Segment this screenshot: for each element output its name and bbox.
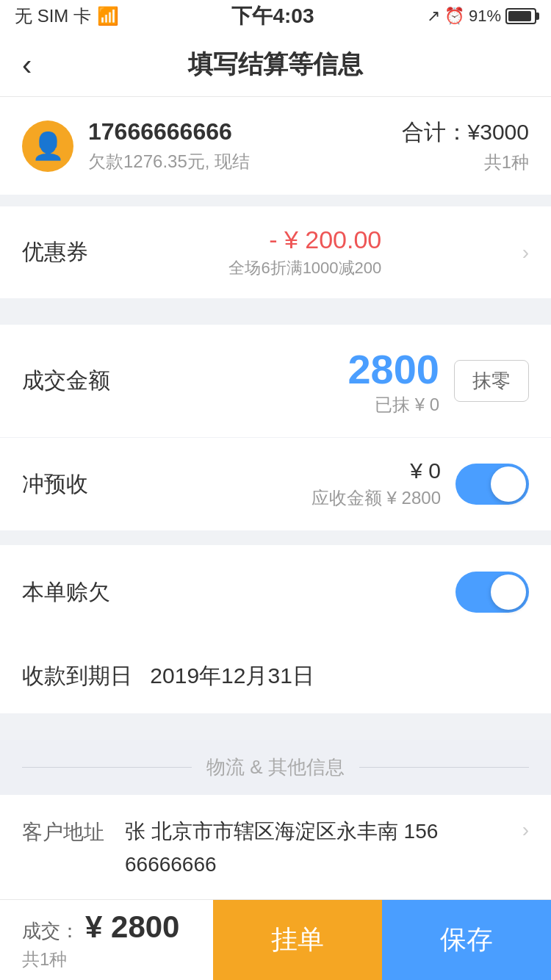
deal-amount-value-area: 2800 已抹 ¥ 0 抹零 <box>347 345 529 417</box>
address-label: 客户地址 <box>22 818 110 846</box>
save-button[interactable]: 保存 <box>382 900 551 980</box>
battery-percent: 91% <box>469 7 501 26</box>
battery-icon <box>505 8 536 24</box>
footer-deal-label: 成交： <box>22 918 79 944</box>
round-zero-button[interactable]: 抹零 <box>454 360 529 402</box>
customer-left: 👤 17666666666 欠款1276.35元, 现结 <box>22 118 250 173</box>
prepay-value-area: ¥ 0 应收金额 ¥ 2800 <box>311 458 529 510</box>
credit-row: 本单赊欠 <box>0 545 551 639</box>
section-divider-2 <box>0 530 551 545</box>
address-row[interactable]: 客户地址 张 北京市市辖区海淀区永丰南 156 66666666 › <box>0 795 551 902</box>
coupon-label: 优惠券 <box>22 237 88 267</box>
content: 👤 17666666666 欠款1276.35元, 现结 合计：¥3000 共1… <box>0 97 551 980</box>
due-date-row: 收款到期日 2019年12月31日 <box>0 639 551 713</box>
avatar: 👤 <box>22 120 73 172</box>
prepay-toggle[interactable] <box>455 464 529 505</box>
customer-card: 👤 17666666666 欠款1276.35元, 现结 合计：¥3000 共1… <box>0 97 551 195</box>
back-button[interactable]: ‹ <box>22 50 32 79</box>
due-date-label: 收款到期日 <box>22 663 132 688</box>
coupon-right: - ¥ 200.00 全场6折满1000减200 <box>228 226 381 279</box>
status-time: 下午4:03 <box>231 2 314 30</box>
coupon-desc: 全场6折满1000减200 <box>228 257 381 279</box>
total-count: 共1种 <box>402 151 529 174</box>
deal-zeroed: 已抹 ¥ 0 <box>347 393 439 417</box>
footer-deal-row: 成交： ¥ 2800 <box>22 909 191 945</box>
wifi-icon: 📶 <box>97 6 119 26</box>
customer-info: 17666666666 欠款1276.35元, 现结 <box>88 118 250 173</box>
alarm-icon: ⏰ <box>444 7 464 26</box>
status-left: 无 SIM 卡 📶 <box>15 4 119 28</box>
address-chevron-icon: › <box>522 818 529 842</box>
section-divider-1 <box>0 310 551 325</box>
coupon-amount: - ¥ 200.00 <box>228 226 381 254</box>
prepay-label: 冲预收 <box>22 469 88 500</box>
nav-bar: ‹ 填写结算等信息 <box>0 32 551 97</box>
status-bar: 无 SIM 卡 📶 下午4:03 ↗ ⏰ 91% <box>0 0 551 32</box>
prepay-right: ¥ 0 应收金额 ¥ 2800 <box>311 458 441 510</box>
customer-phone: 17666666666 <box>88 118 250 145</box>
avatar-icon: 👤 <box>32 131 65 162</box>
status-right: ↗ ⏰ 91% <box>427 7 536 26</box>
credit-label: 本单赊欠 <box>22 577 110 608</box>
deal-amount-label: 成交金额 <box>22 366 110 396</box>
section-divider-3 <box>0 725 551 740</box>
prepay-amount: ¥ 0 <box>311 458 441 483</box>
divider-line-right <box>359 767 529 768</box>
location-icon: ↗ <box>427 7 440 26</box>
deal-amount-value: 2800 <box>347 345 439 393</box>
page-title: 填写结算等信息 <box>188 48 363 82</box>
footer-amount: ¥ 2800 <box>85 909 179 945</box>
due-date-value: 2019年12月31日 <box>150 663 314 688</box>
hang-button[interactable]: 挂单 <box>213 900 382 980</box>
form-section: 成交金额 2800 已抹 ¥ 0 抹零 冲预收 ¥ 0 应收金额 ¥ 2800 <box>0 325 551 530</box>
total-amount: 合计：¥3000 <box>402 118 529 148</box>
customer-debt: 欠款1276.35元, 现结 <box>88 150 250 173</box>
prepay-row: 冲预收 ¥ 0 应收金额 ¥ 2800 <box>0 438 551 530</box>
deal-amount-row: 成交金额 2800 已抹 ¥ 0 抹零 <box>0 325 551 438</box>
logistics-divider: 物流 & 其他信息 <box>0 740 551 795</box>
customer-total: 合计：¥3000 共1种 <box>402 118 529 174</box>
deal-amount-group: 2800 已抹 ¥ 0 <box>347 345 439 417</box>
footer-info: 成交： ¥ 2800 共1种 <box>0 909 213 971</box>
chevron-right-icon: › <box>522 241 529 264</box>
sim-label: 无 SIM 卡 <box>15 4 91 28</box>
coupon-row[interactable]: 优惠券 - ¥ 200.00 全场6折满1000减200 › <box>0 206 551 298</box>
footer-count: 共1种 <box>22 948 191 971</box>
footer: 成交： ¥ 2800 共1种 挂单 保存 <box>0 899 551 980</box>
prepay-receivable: 应收金额 ¥ 2800 <box>311 486 441 510</box>
battery-fill <box>508 11 531 21</box>
logistics-label: 物流 & 其他信息 <box>206 754 345 780</box>
credit-toggle[interactable] <box>455 572 529 613</box>
address-value: 张 北京市市辖区海淀区永丰南 156 66666666 <box>125 815 522 882</box>
divider-line-left <box>22 767 192 768</box>
toggle-knob <box>491 466 526 502</box>
credit-toggle-knob <box>491 574 526 610</box>
